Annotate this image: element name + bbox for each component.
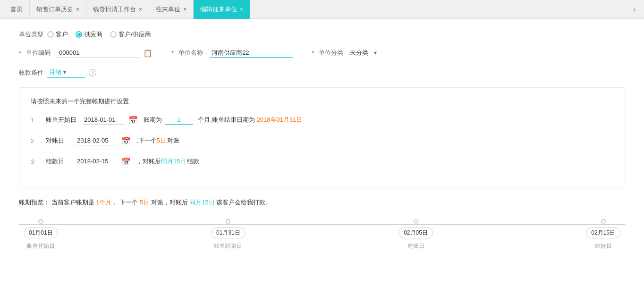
- unit-code-star: *: [19, 50, 21, 57]
- tl-sublabel-0: 账单开始日: [26, 242, 55, 250]
- preview-highlight3: 同月15日: [189, 199, 214, 206]
- radio-both-circle: [110, 31, 117, 38]
- period-label-3: 结款日: [46, 157, 69, 166]
- tab-sales-history-close[interactable]: ×: [76, 6, 79, 13]
- period-label-2: 对账日: [46, 136, 69, 145]
- radio-supplier[interactable]: 供应商: [76, 30, 102, 39]
- unit-code-input[interactable]: [57, 48, 140, 58]
- period-prefix-2: ,下一个: [136, 136, 157, 145]
- period-row-3: 3 结款日 📅 ，对账后 同月15日 结款: [31, 157, 613, 166]
- period-num-2: 2: [31, 137, 40, 144]
- tl-dot-3: [601, 219, 606, 224]
- tab-cash-workbench-close[interactable]: ×: [139, 6, 142, 13]
- unit-type-label: 单位类型: [19, 30, 43, 39]
- period-suffix-1: 个月,账单结束日期为: [198, 116, 255, 124]
- radio-customer[interactable]: 客户: [47, 30, 68, 39]
- payment-terms-dropdown-icon: ▾: [63, 69, 66, 76]
- tl-sublabel-2: 对账日: [407, 242, 424, 250]
- tl-dot-0: [38, 219, 43, 224]
- period-prefix-3: ，对账后: [136, 157, 161, 166]
- unit-category-dropdown-icon[interactable]: ▾: [374, 50, 377, 56]
- tl-badge-3: 02月15日: [586, 228, 620, 238]
- tl-badge-0: 01月01日: [24, 228, 58, 238]
- period-date-input-1[interactable]: [82, 115, 125, 125]
- tab-sales-history[interactable]: 销售订单历史 ×: [30, 0, 86, 19]
- tab-partner-close[interactable]: ×: [183, 6, 186, 13]
- tl-badge-1: 01月31日: [211, 228, 246, 238]
- tl-item-2: 02月05日 对账日: [398, 219, 433, 250]
- tabs-bar: 首页 销售订单历史 × 钱货日清工作台 × 往来单位 × 编辑往来单位 × ›: [0, 0, 644, 19]
- period-suffix-text-3: 结款: [187, 157, 199, 166]
- period-suffix-text-2: 对账: [167, 136, 179, 145]
- radio-supplier-circle: [76, 31, 82, 38]
- period-row-2: 2 对账日 📅 ,下一个 5日 对账: [31, 136, 613, 145]
- period-cal-icon-1[interactable]: 📅: [128, 116, 138, 125]
- period-date-input-3[interactable]: [75, 157, 118, 166]
- tab-edit-partner-close[interactable]: ×: [240, 6, 243, 13]
- tab-edit-partner[interactable]: 编辑往来单位 ×: [194, 0, 250, 19]
- unit-info-row: * 单位编码 📋 * 单位名称 * 单位分类 未分类 ▾: [19, 48, 625, 58]
- preview-section: 账期预览： 当前客户账期是 1个月， 下一个 5日 对账，对账后 同月15日 该…: [19, 197, 625, 208]
- period-settings-box: 请按照未来的一个完整帐期进行设置 1 账单开始日 📅 账期为 个月,账单结束日期…: [19, 87, 625, 187]
- unit-category-label: 单位分类: [319, 49, 343, 57]
- radio-both[interactable]: 客户/供应商: [110, 30, 151, 39]
- radio-customer-circle: [47, 31, 54, 38]
- page-content: 单位类型 客户 供应商 客户/供应商 * 单位编码 📋 * 单位名称: [0, 19, 644, 287]
- timeline: 01月01日 账单开始日 01月31日 账单结束日 02月05日 对账日 02月…: [19, 219, 625, 250]
- radio-customer-label: 客户: [56, 30, 68, 39]
- unit-category-value: 未分类: [350, 49, 368, 57]
- unit-category-star: *: [312, 50, 314, 57]
- unit-type-row: 单位类型 客户 供应商 客户/供应商: [19, 30, 625, 39]
- unit-name-group: * 单位名称: [171, 48, 293, 58]
- tl-dot-1: [226, 219, 230, 224]
- tabs-arrow[interactable]: ›: [628, 5, 640, 14]
- help-icon[interactable]: ?: [89, 69, 96, 76]
- unit-code-icon[interactable]: 📋: [143, 49, 153, 58]
- period-result-date-1: 2018年01月31日: [257, 116, 303, 124]
- unit-type-radio-group: 客户 供应商 客户/供应商: [47, 30, 151, 39]
- preview-highlight2: 5日: [140, 199, 149, 206]
- radio-supplier-label: 供应商: [84, 30, 102, 39]
- tl-dot-2: [414, 219, 418, 224]
- tl-item-1: 01月31日 账单结束日: [211, 219, 246, 250]
- tab-cash-workbench-label: 钱货日清工作台: [93, 5, 136, 14]
- period-highlight-3: 同月15日: [161, 157, 186, 166]
- period-cal-icon-2[interactable]: 📅: [121, 136, 131, 145]
- tab-home-label: 首页: [10, 5, 23, 14]
- unit-name-label: 单位名称: [178, 49, 203, 57]
- unit-name-input[interactable]: [210, 48, 293, 58]
- radio-both-label: 客户/供应商: [119, 30, 151, 39]
- period-months-input[interactable]: [165, 115, 193, 125]
- tl-badge-2: 02月05日: [398, 228, 433, 238]
- tl-sublabel-1: 账单结束日: [214, 242, 242, 250]
- unit-code-group: * 单位编码 📋: [19, 48, 153, 58]
- payment-terms-select[interactable]: 月结 ▾: [47, 67, 85, 78]
- period-cal-icon-3[interactable]: 📅: [121, 157, 131, 166]
- tl-item-3: 02月15日 结款日: [586, 219, 620, 250]
- payment-terms-label: 收款条件: [19, 68, 43, 77]
- unit-category-group: * 单位分类 未分类 ▾: [312, 49, 377, 57]
- tl-sublabel-3: 结款日: [595, 242, 612, 250]
- period-label-1: 账单开始日: [46, 116, 76, 124]
- unit-code-label: 单位编码: [26, 49, 51, 57]
- preview-text-before: 当前客户账期是: [51, 199, 94, 206]
- tab-partner-label: 往来单位: [156, 5, 180, 14]
- preview-text4: 该客户会给我打款。: [216, 199, 271, 206]
- tab-partner[interactable]: 往来单位 ×: [149, 0, 194, 19]
- period-num-1: 1: [31, 117, 40, 124]
- tab-edit-partner-label: 编辑往来单位: [200, 5, 237, 14]
- tab-sales-history-label: 销售订单历史: [36, 5, 73, 14]
- period-row-1: 1 账单开始日 📅 账期为 个月,账单结束日期为 2018年01月31日: [31, 115, 613, 125]
- preview-label: 账期预览：: [19, 199, 50, 206]
- period-date-input-2[interactable]: [75, 136, 118, 145]
- payment-terms-value: 月结: [49, 68, 61, 76]
- tab-cash-workbench[interactable]: 钱货日清工作台 ×: [86, 0, 149, 19]
- timeline-items: 01月01日 账单开始日 01月31日 账单结束日 02月05日 对账日 02月…: [24, 219, 620, 250]
- preview-text3: 对账，对账后: [151, 199, 188, 206]
- tab-home[interactable]: 首页: [4, 0, 30, 19]
- tl-item-0: 01月01日 账单开始日: [24, 219, 58, 250]
- period-highlight-2: 5日: [157, 136, 166, 145]
- unit-name-star: *: [171, 50, 174, 57]
- period-num-3: 3: [31, 158, 40, 165]
- period-box-title: 请按照未来的一个完整帐期进行设置: [31, 97, 613, 106]
